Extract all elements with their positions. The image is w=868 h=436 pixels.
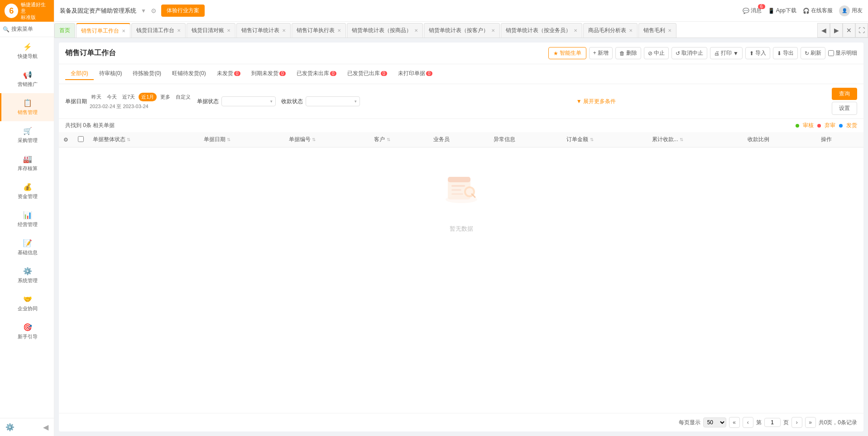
expand-conditions-button[interactable]: ▼ 展开更多条件: [576, 98, 616, 105]
sidebar-item-finance[interactable]: 💰 资金管理: [0, 177, 54, 205]
sort-date-icon[interactable]: ⇅: [227, 137, 230, 142]
tab-close-icon[interactable]: ✕: [122, 28, 125, 33]
status-select[interactable]: [221, 96, 276, 106]
sidebar-item-quick-nav[interactable]: ⚡ 快捷导航: [0, 37, 54, 65]
show-detail-checkbox[interactable]: 显示明细: [828, 49, 857, 57]
collapse-icon[interactable]: ◀: [43, 423, 48, 431]
sidebar-search-menu[interactable]: 🔍 搜索菜单: [0, 22, 54, 37]
sort-amount-icon[interactable]: ⇅: [590, 137, 594, 142]
tab-sales-customer[interactable]: 销货单统计表（按客户） ✕: [424, 23, 500, 38]
tab-home[interactable]: 首页: [54, 23, 75, 38]
tab-sales-workbench[interactable]: 销售订单工作台 ✕: [76, 23, 130, 38]
tab-sales-exec[interactable]: 销售订单执行表 ✕: [292, 23, 346, 38]
workspace-header: 销售订单工作台 ★ 智能生单 + 新增 🗑 删除 ⊘ 中止: [59, 43, 863, 64]
tab-margin-analysis[interactable]: 商品毛利分析表 ✕: [583, 23, 638, 38]
abandon-button[interactable]: 弃审: [825, 122, 835, 129]
select-all-checkbox[interactable]: [78, 136, 84, 142]
filter-tab-pending-inspect[interactable]: 待拣验货(0): [127, 68, 167, 80]
review-button[interactable]: 审核: [803, 122, 814, 129]
setting-button[interactable]: 设置: [832, 102, 857, 115]
filter-tab-wangpu[interactable]: 旺铺待发货(0): [167, 68, 211, 80]
sidebar-item-marketing[interactable]: 📢 营销推广: [0, 65, 54, 93]
page-size-select[interactable]: 50 10 20 100: [703, 417, 726, 427]
shipped-not-out-badge: 0: [330, 71, 336, 76]
date-btn-custom[interactable]: 自定义: [174, 93, 192, 101]
payment-select[interactable]: [306, 96, 360, 106]
date-btn-yesterday[interactable]: 昨天: [90, 93, 103, 101]
export-button[interactable]: ⬇ 导出: [773, 47, 798, 59]
data-table-scroll[interactable]: ⚙ 单据整体状态 ⇅ 单据日期 ⇅ 单据编号: [59, 132, 863, 413]
tab-close-icon[interactable]: ✕: [574, 28, 577, 33]
sidebar-item-basic-info[interactable]: 📝 基础信息: [0, 233, 54, 261]
sort-collected-icon[interactable]: ⇅: [680, 137, 683, 142]
app-download-btn[interactable]: 📱 App下载: [768, 7, 796, 14]
industry-solution-button[interactable]: 体验行业方案: [161, 5, 205, 17]
date-btn-today[interactable]: 今天: [105, 93, 119, 101]
tab-sales-product[interactable]: 销货单统计表（按商品） ✕: [347, 23, 423, 38]
tab-label: 销售订单工作台: [81, 27, 119, 35]
tab-cash-daily[interactable]: 钱货日清工作台 ✕: [131, 23, 186, 38]
refresh-button[interactable]: ↻ 刷新: [801, 47, 825, 59]
filter-tab-shipped-out[interactable]: 已发货已出库0: [342, 68, 393, 80]
page-next-btn[interactable]: ›: [791, 417, 802, 428]
tab-scroll-left-btn[interactable]: ◀: [817, 23, 830, 38]
sort-status-icon[interactable]: ⇅: [127, 137, 130, 142]
sidebar-item-enterprise[interactable]: 🤝 企业协同: [0, 289, 54, 318]
tab-sales-margin[interactable]: 销售毛利 ✕: [638, 23, 676, 38]
tab-sales-stats[interactable]: 销售订单统计表 ✕: [236, 23, 291, 38]
print-button[interactable]: 🖨 打印 ▼: [710, 47, 743, 59]
sidebar-item-guide[interactable]: 🎯 新手引导: [0, 318, 54, 346]
tab-close-all-btn[interactable]: ✕: [843, 23, 855, 38]
guide-icon: 🎯: [23, 323, 32, 332]
sort-number-icon[interactable]: ⇅: [312, 137, 316, 142]
filter-tab-all[interactable]: 全部(0): [65, 68, 94, 80]
import-button[interactable]: ⬆ 导入: [745, 47, 770, 59]
tab-close-icon[interactable]: ✕: [337, 28, 341, 33]
user-menu-btn[interactable]: 👤 用友: [839, 5, 863, 16]
tab-sales-staff[interactable]: 销货单统计表（按业务员） ✕: [501, 23, 582, 38]
filter-tab-shipped-not-out[interactable]: 已发货未出库0: [291, 68, 342, 80]
page-prev-btn[interactable]: ‹: [743, 417, 753, 428]
cancel-stop-button[interactable]: ↺ 取消中止: [671, 47, 707, 59]
sidebar-item-purchase[interactable]: 🛒 采购管理: [0, 121, 54, 149]
settings-icon[interactable]: ⚙️: [5, 423, 14, 431]
sidebar-item-operations[interactable]: 📊 经营管理: [0, 205, 54, 233]
filter-tab-not-shipped[interactable]: 未发货0: [211, 68, 246, 80]
tab-close-icon[interactable]: ✕: [414, 28, 418, 33]
delete-button[interactable]: 🗑 删除: [615, 47, 641, 59]
detail-checkbox-input[interactable]: [828, 50, 834, 56]
tab-close-icon[interactable]: ✕: [177, 28, 181, 33]
date-btn-more[interactable]: 更多: [158, 93, 172, 101]
online-service-btn[interactable]: 🎧 在线客服: [803, 7, 833, 14]
table-header-config[interactable]: ⚙: [59, 132, 73, 147]
sort-customer-icon[interactable]: ⇅: [387, 137, 390, 142]
tab-close-icon[interactable]: ✕: [629, 28, 633, 33]
ship-button[interactable]: 发货: [846, 122, 857, 129]
tab-reconciliation[interactable]: 钱货日清对账 ✕: [187, 23, 235, 38]
message-btn[interactable]: 💬 消息 6: [743, 7, 762, 14]
tab-scroll-right-btn[interactable]: ▶: [830, 23, 843, 38]
query-button[interactable]: 查询: [832, 88, 857, 100]
page-first-btn[interactable]: «: [729, 417, 740, 428]
sidebar-item-sales[interactable]: 📋 销售管理: [0, 93, 54, 121]
stop-button[interactable]: ⊘ 中止: [644, 47, 669, 59]
tab-close-icon[interactable]: ✕: [282, 28, 286, 33]
sidebar-item-inventory[interactable]: 🏭 库存核算: [0, 149, 54, 177]
tab-close-icon[interactable]: ✕: [491, 28, 495, 33]
sidebar-item-system[interactable]: ⚙️ 系统管理: [0, 261, 54, 289]
filter-tab-overdue-not-shipped[interactable]: 到期未发货0: [246, 68, 291, 80]
tab-maximize-btn[interactable]: ⛶: [855, 23, 868, 38]
settings-btn[interactable]: ⚙: [151, 7, 157, 14]
date-btn-7days[interactable]: 近7天: [120, 93, 137, 101]
table-header-checkbox[interactable]: [73, 132, 88, 147]
page-last-btn[interactable]: »: [805, 417, 816, 428]
date-btn-1month[interactable]: 近1月: [139, 93, 157, 101]
filter-tab-not-printed[interactable]: 未打印单据0: [393, 68, 438, 80]
smart-create-button[interactable]: ★ 智能生单: [548, 47, 586, 59]
dropdown-icon[interactable]: ▼: [141, 8, 146, 14]
filter-tab-pending-review[interactable]: 待审核(0): [94, 68, 128, 80]
tab-close-icon[interactable]: ✕: [227, 28, 230, 33]
page-number-input[interactable]: [764, 418, 781, 427]
tab-close-icon[interactable]: ✕: [668, 28, 671, 33]
add-button[interactable]: + 新增: [589, 47, 613, 59]
